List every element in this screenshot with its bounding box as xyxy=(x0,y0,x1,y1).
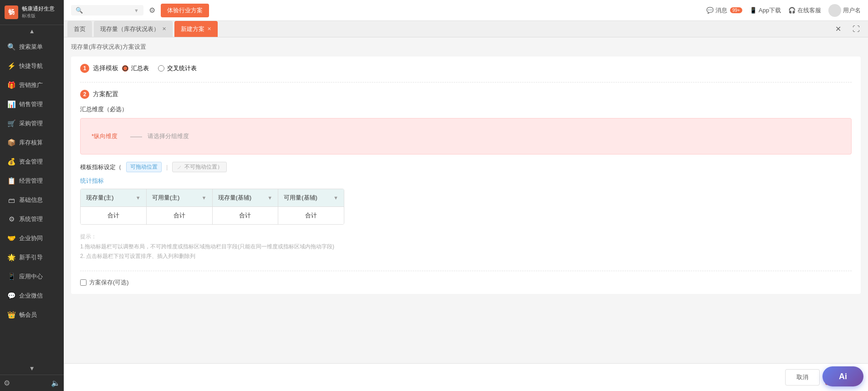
summary-dim-label: 汇总维度（必选） xyxy=(80,105,852,113)
section-num-2: 2 xyxy=(80,90,89,99)
stats-col-header-1[interactable]: 可用量(主) ▼ xyxy=(147,189,213,206)
sidebar-item-inventory[interactable]: 📦 库存核算 xyxy=(0,133,64,152)
dim-area[interactable]: *纵向维度 —— 请选择分组维度 xyxy=(80,118,852,154)
sidebar-item-member[interactable]: 👑 畅会员 xyxy=(0,305,64,324)
col-chevron-2[interactable]: ▼ xyxy=(267,195,272,201)
stats-section-label: 统计指标 xyxy=(80,177,852,185)
sidebar-item-label: 系统管理 xyxy=(19,215,43,223)
app-download-label: App下载 xyxy=(759,6,781,15)
stats-cell-0: 合计 xyxy=(81,207,147,224)
search-box[interactable]: 🔍 ▼ xyxy=(71,5,143,15)
sidebar-item-label: 搜索菜单 xyxy=(19,43,43,51)
sidebar-item-cooperation[interactable]: 🤝 企业协同 xyxy=(0,229,64,248)
user-item[interactable]: 用户名 xyxy=(828,4,861,17)
sidebar-item-sales[interactable]: 📊 销售管理 xyxy=(0,95,64,114)
wechat-icon: 💬 xyxy=(7,292,15,300)
slash-icon: ⟋ xyxy=(176,164,183,171)
col-header-label-3: 可用量(基辅) xyxy=(284,194,317,202)
topbar-left: 🔍 ▼ ⚙ 体验行业方案 xyxy=(71,4,209,17)
radio-cross[interactable]: 交叉统计表 xyxy=(158,64,197,72)
sidebar-item-search-menu[interactable]: 🔍 搜索菜单 xyxy=(0,37,64,57)
ai-float-button[interactable]: Ai xyxy=(822,366,863,386)
col-chevron-1[interactable]: ▼ xyxy=(202,195,207,201)
marketing-icon: 🎁 xyxy=(7,81,15,89)
window-close-btn[interactable]: ✕ xyxy=(830,21,846,37)
brand-name: 畅康通好生意 xyxy=(22,5,55,13)
sidebar-footer: ⚙ 🔈 xyxy=(0,375,64,391)
operations-icon: 📋 xyxy=(7,177,15,185)
tab-close-new-plan[interactable]: ✕ xyxy=(207,26,211,31)
section-num-1: 1 xyxy=(80,64,89,73)
sidebar-item-app-center[interactable]: 📱 应用中心 xyxy=(0,267,64,286)
settings-icon[interactable]: ⚙ xyxy=(4,379,10,387)
sidebar-scroll-down[interactable]: ▼ xyxy=(0,362,64,375)
content-area: 现存量(库存状况表)方案设置 1 选择模板 汇总表 xyxy=(64,37,868,363)
sidebar-item-marketing[interactable]: 🎁 营销推广 xyxy=(0,76,64,95)
message-item[interactable]: 💬 消息 99+ xyxy=(706,6,742,15)
tab-inventory-status[interactable]: 现存量（库存状况表） ✕ xyxy=(94,21,173,37)
sidebar-item-operations[interactable]: 📋 经营管理 xyxy=(0,171,64,190)
col-header-label-0: 现存量(主) xyxy=(86,194,114,202)
sidebar-item-finance[interactable]: 💰 资金管理 xyxy=(0,152,64,171)
finance-icon: 💰 xyxy=(7,158,15,166)
member-icon: 👑 xyxy=(7,311,15,319)
save-checkbox[interactable] xyxy=(80,279,87,286)
stats-cell-2: 合计 xyxy=(213,207,279,224)
sidebar-scroll-up[interactable]: ▲ xyxy=(0,25,64,37)
section-config-header: 2 方案配置 xyxy=(80,90,852,99)
radio-summary-input[interactable] xyxy=(122,65,128,72)
sidebar-item-guide[interactable]: 🌟 新手引导 xyxy=(0,248,64,267)
basic-info-icon: 🗃 xyxy=(7,196,15,204)
radio-summary[interactable]: 汇总表 xyxy=(122,64,149,72)
audio-icon[interactable]: 🔈 xyxy=(51,379,60,387)
sidebar-item-system[interactable]: ⚙ 系统管理 xyxy=(0,210,64,229)
stats-col-header-3[interactable]: 可用量(基辅) ▼ xyxy=(278,189,344,206)
vertical-dim-placeholder: 请选择分组维度 xyxy=(148,132,189,140)
tab-home[interactable]: 首页 xyxy=(67,21,92,37)
section-divider-1 xyxy=(80,82,852,82)
sidebar-item-label: 企业微信 xyxy=(19,292,43,300)
save-option-label: 方案保存(可选) xyxy=(89,278,129,287)
sidebar-item-label: 畅会员 xyxy=(19,311,37,319)
stats-table-header: 现存量(主) ▼ 可用量(主) ▼ xyxy=(81,189,344,206)
search-menu-icon: 🔍 xyxy=(7,43,15,51)
sidebar-item-basic-info[interactable]: 🗃 基础信息 xyxy=(0,190,64,210)
main-area: 🔍 ▼ ⚙ 体验行业方案 💬 消息 99+ 📱 App下载 🎧 在线客服 xyxy=(64,0,868,391)
window-expand-btn[interactable]: ⛶ xyxy=(848,21,864,37)
sidebar-item-purchase[interactable]: 🛒 采购管理 xyxy=(0,114,64,133)
brand-logo: 畅 xyxy=(5,5,18,19)
stats-col-header-0[interactable]: 现存量(主) ▼ xyxy=(81,189,147,206)
cooperation-icon: 🤝 xyxy=(7,234,15,242)
sidebar: 畅 畅康通好生意 标准版 ▲ 🔍 搜索菜单 ⚡ 快捷导航 🎁 营销推广 📊 销售… xyxy=(0,0,64,391)
col-chevron-0[interactable]: ▼ xyxy=(136,195,141,201)
brand-version: 标准版 xyxy=(22,13,55,19)
gear-icon[interactable]: ⚙ xyxy=(149,6,155,15)
purchase-icon: 🛒 xyxy=(7,119,15,128)
stats-table-body: 合计 合计 合计 合计 xyxy=(81,206,344,224)
vertical-dim-dash: —— xyxy=(130,133,142,140)
search-input[interactable] xyxy=(86,7,131,14)
radio-cross-label: 交叉统计表 xyxy=(167,64,197,72)
tab-close-inventory[interactable]: ✕ xyxy=(162,26,166,31)
radio-cross-input[interactable] xyxy=(158,65,164,72)
col-header-label-2: 现存量(基辅) xyxy=(218,194,252,202)
online-service-item[interactable]: 🎧 在线客服 xyxy=(788,6,821,15)
cancel-button[interactable]: 取消 xyxy=(785,369,820,386)
col-chevron-3[interactable]: ▼ xyxy=(333,195,338,201)
sidebar-item-wechat[interactable]: 💬 企业微信 xyxy=(0,286,64,305)
app-download-item[interactable]: 📱 App下载 xyxy=(750,6,781,15)
message-icon: 💬 xyxy=(706,7,714,14)
section-divider-2 xyxy=(80,271,852,271)
sidebar-item-label: 采购管理 xyxy=(19,119,43,128)
stats-cell-3: 合计 xyxy=(278,207,344,224)
sidebar-item-quick-nav[interactable]: ⚡ 快捷导航 xyxy=(0,57,64,76)
tab-new-plan[interactable]: 新建方案 ✕ xyxy=(174,21,218,37)
topbar: 🔍 ▼ ⚙ 体验行业方案 💬 消息 99+ 📱 App下载 🎧 在线客服 xyxy=(64,0,868,21)
user-name: 用户名 xyxy=(843,6,861,15)
experience-btn[interactable]: 体验行业方案 xyxy=(161,4,209,17)
search-dropdown-icon[interactable]: ▼ xyxy=(134,8,139,13)
stats-col-header-2[interactable]: 现存量(基辅) ▼ xyxy=(213,189,279,206)
sidebar-item-label: 库存核算 xyxy=(19,139,43,147)
online-service-label: 在线客服 xyxy=(797,6,821,15)
draggable-badge: 可拖动位置 xyxy=(126,162,162,172)
